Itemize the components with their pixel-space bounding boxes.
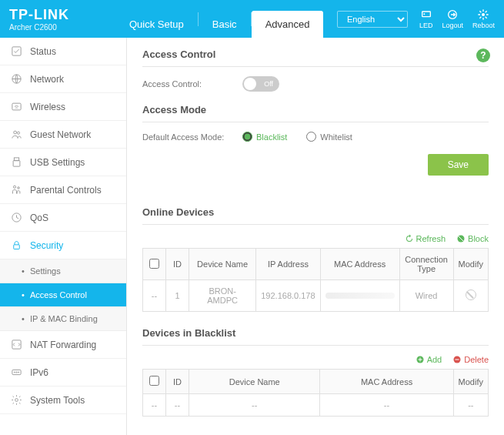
logout-button[interactable]: Logout [442,8,463,29]
security-submenu: Settings Access Control IP & MAC Binding [0,259,126,331]
tab-quick-setup[interactable]: Quick Setup [115,11,198,38]
select-all-online[interactable] [149,259,159,269]
tab-advanced[interactable]: Advanced [252,11,324,38]
network-icon [11,73,22,85]
svg-rect-6 [12,103,21,110]
sidebar-item-security[interactable]: Security [0,232,126,259]
brand: TP-LINK Archer C2600 [9,7,69,32]
reboot-button[interactable]: Reboot [472,8,495,29]
online-devices-title: Online Devices [142,206,489,225]
svg-point-19 [18,372,18,373]
svg-point-8 [17,132,19,134]
svg-rect-0 [422,12,430,17]
blacklist-title: Devices in Blacklist [142,327,489,346]
access-mode-title: Access Mode [142,104,489,122]
sidebar-sub-access-control[interactable]: Access Control [0,283,126,307]
refresh-link[interactable]: Refresh [405,234,446,243]
header: TP-LINK Archer C2600 Quick Setup Basic A… [0,0,504,38]
sidebar-item-wireless[interactable]: Wireless [0,93,126,121]
select-all-blacklist[interactable] [149,376,159,386]
access-mode-label: Default Access Mode: [142,132,242,142]
tab-basic[interactable]: Basic [199,11,251,38]
sidebar: Status Network Wireless Guest Network US… [0,38,127,435]
block-icon [456,234,466,243]
access-control-label: Access Control: [142,79,242,89]
toggle-knob [244,78,256,90]
save-button[interactable]: Save [428,154,489,176]
table-row: -- 1 BRON-AMDPC 192.168.0.178 Wired [143,280,489,312]
svg-rect-16 [12,370,21,374]
usb-icon [11,156,22,168]
sidebar-item-tools[interactable]: System Tools [0,386,126,414]
svg-point-12 [18,187,20,189]
sidebar-item-usb[interactable]: USB Settings [0,149,126,176]
svg-point-11 [13,186,15,188]
sidebar-item-qos[interactable]: QoS [0,204,126,232]
online-devices-table: ID Device Name IP Address MAC Address Co… [142,248,489,312]
brand-logo: TP-LINK [9,7,69,23]
block-link[interactable]: Block [456,234,489,243]
delete-link[interactable]: Delete [452,355,489,364]
sidebar-item-guest[interactable]: Guest Network [0,121,126,149]
brand-model: Archer C2600 [9,23,69,32]
svg-rect-10 [13,161,20,167]
svg-point-20 [15,399,18,402]
logout-icon [446,8,459,21]
language-select[interactable]: English [337,11,408,28]
parental-icon [11,184,22,196]
guest-icon [11,129,22,140]
add-icon [416,355,425,364]
svg-point-3 [482,13,485,16]
add-link[interactable]: Add [416,355,442,364]
blacklist-table: ID Device Name MAC Address Modify -- -- … [142,369,489,417]
wireless-icon [11,101,22,112]
svg-point-18 [16,372,17,373]
svg-rect-9 [14,158,18,161]
radio-blacklist[interactable]: Blacklist [242,132,287,142]
nav-tabs: Quick Setup Basic Advanced [115,0,323,38]
sidebar-item-parental[interactable]: Parental Controls [0,176,126,204]
reboot-icon [477,8,489,21]
table-row: -- -- -- -- -- [143,394,489,417]
security-icon [11,239,22,251]
sidebar-item-status[interactable]: Status [0,38,126,65]
qos-icon [11,212,22,223]
svg-point-17 [14,372,15,373]
sidebar-item-network[interactable]: Network [0,65,126,93]
sidebar-sub-ip-mac-binding[interactable]: IP & MAC Binding [0,307,126,331]
delete-icon [452,355,462,364]
help-button[interactable]: ? [476,49,490,62]
svg-point-1 [423,13,425,15]
status-icon [11,45,22,57]
radio-whitelist[interactable]: Whitelist [306,132,352,142]
access-control-title: Access Control [142,49,489,67]
led-icon [420,8,432,21]
svg-rect-14 [14,245,20,249]
content: ? Access Control Access Control: Off Acc… [127,38,504,435]
sidebar-item-nat[interactable]: NAT Forwarding [0,331,126,359]
svg-point-7 [14,131,17,134]
access-control-toggle[interactable]: Off [242,76,279,92]
sidebar-item-ipv6[interactable]: IPv6 [0,359,126,386]
tools-icon [11,394,22,406]
led-button[interactable]: LED [419,8,433,29]
block-device-icon[interactable] [466,289,476,300]
mac-obscured [325,293,395,299]
nat-icon [11,339,22,350]
ipv6-icon [11,366,22,378]
sidebar-sub-settings[interactable]: Settings [0,259,126,283]
refresh-icon [405,234,414,243]
